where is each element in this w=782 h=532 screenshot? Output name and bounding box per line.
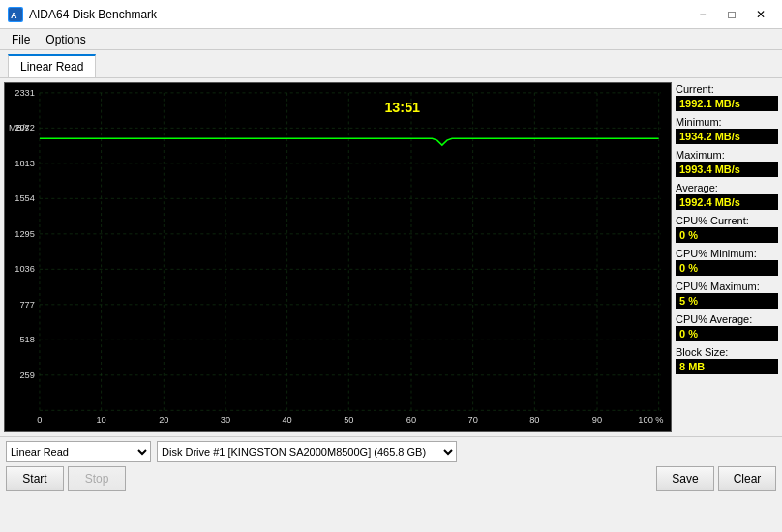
app-icon: A: [8, 7, 23, 22]
minimum-stat: Minimum: 1934.2 MB/s: [676, 115, 778, 144]
cpu-average-label: CPU% Average:: [676, 312, 778, 326]
tab-linear-read[interactable]: Linear Read: [8, 54, 96, 77]
svg-text:1813: 1813: [15, 159, 35, 168]
block-size-stat: Block Size: 8 MB: [676, 345, 778, 374]
minimum-label: Minimum:: [676, 115, 778, 129]
svg-text:13:51: 13:51: [384, 100, 420, 115]
cpu-average-value: 0 %: [676, 326, 778, 341]
cpu-minimum-stat: CPU% Minimum: 0 %: [676, 247, 778, 276]
close-button[interactable]: ✕: [747, 4, 774, 25]
svg-text:100 %: 100 %: [638, 415, 663, 425]
current-value: 1992.1 MB/s: [676, 96, 778, 111]
right-buttons: Save Clear: [656, 466, 776, 491]
svg-text:50: 50: [344, 415, 353, 425]
average-label: Average:: [676, 181, 778, 194]
svg-text:40: 40: [282, 415, 291, 425]
svg-text:MB/s: MB/s: [9, 123, 30, 133]
minimum-value: 1934.2 MB/s: [676, 129, 778, 144]
stats-panel: Current: 1992.1 MB/s Minimum: 1934.2 MB/…: [676, 78, 782, 436]
benchmark-select[interactable]: Linear Read Random Read Buffered Read Av…: [6, 441, 151, 462]
cpu-maximum-label: CPU% Maximum:: [676, 280, 778, 293]
window-controls: − □ ✕: [689, 4, 774, 25]
average-stat: Average: 1992.4 MB/s: [676, 181, 778, 210]
cpu-minimum-label: CPU% Minimum:: [676, 247, 778, 260]
window-title: AIDA64 Disk Benchmark: [29, 8, 157, 21]
start-button[interactable]: Start: [6, 466, 64, 491]
bottom-controls: Linear Read Random Read Buffered Read Av…: [0, 436, 782, 495]
disk-select[interactable]: Disk Drive #1 [KINGSTON SA2000M8500G] (4…: [157, 441, 457, 462]
menu-bar: File Options: [0, 29, 782, 50]
menu-file[interactable]: File: [4, 31, 38, 48]
maximum-label: Maximum:: [676, 148, 778, 162]
svg-text:1554: 1554: [15, 193, 35, 203]
current-stat: Current: 1992.1 MB/s: [676, 82, 778, 111]
svg-text:30: 30: [221, 415, 230, 425]
svg-text:259: 259: [19, 370, 34, 380]
cpu-current-value: 0 %: [676, 227, 778, 243]
svg-text:1036: 1036: [15, 264, 35, 274]
benchmark-chart: 2331 2072 1813 1554 1295 1036 777 518 25…: [5, 83, 671, 431]
left-buttons: Start Stop: [6, 466, 126, 491]
bottom-row2: Start Stop Save Clear: [6, 466, 776, 491]
svg-text:90: 90: [592, 415, 602, 425]
current-label: Current:: [676, 82, 778, 96]
svg-text:777: 777: [19, 300, 34, 310]
maximize-button[interactable]: □: [718, 4, 745, 25]
title-bar-left: A AIDA64 Disk Benchmark: [8, 7, 157, 22]
minimize-button[interactable]: −: [689, 4, 716, 25]
block-size-label: Block Size:: [676, 345, 778, 359]
cpu-minimum-value: 0 %: [676, 260, 778, 276]
save-button[interactable]: Save: [656, 466, 714, 491]
cpu-current-stat: CPU% Current: 0 %: [676, 214, 778, 243]
svg-text:70: 70: [468, 415, 478, 425]
bottom-row1: Linear Read Random Read Buffered Read Av…: [6, 441, 776, 462]
stop-button[interactable]: Stop: [68, 466, 126, 491]
svg-text:1295: 1295: [15, 229, 35, 239]
maximum-stat: Maximum: 1993.4 MB/s: [676, 148, 778, 177]
title-bar: A AIDA64 Disk Benchmark − □ ✕: [0, 0, 782, 29]
cpu-maximum-stat: CPU% Maximum: 5 %: [676, 280, 778, 309]
average-value: 1992.4 MB/s: [676, 194, 778, 210]
svg-text:10: 10: [96, 415, 105, 425]
svg-rect-2: [5, 83, 671, 431]
main-content: 2331 2072 1813 1554 1295 1036 777 518 25…: [0, 78, 782, 436]
cpu-current-label: CPU% Current:: [676, 214, 778, 227]
svg-text:80: 80: [529, 415, 539, 425]
cpu-maximum-value: 5 %: [676, 293, 778, 309]
block-size-value: 8 MB: [676, 359, 778, 374]
svg-text:A: A: [11, 11, 17, 20]
tab-bar: Linear Read: [0, 50, 782, 78]
maximum-value: 1993.4 MB/s: [676, 162, 778, 177]
menu-options[interactable]: Options: [38, 31, 93, 48]
svg-text:60: 60: [406, 415, 416, 425]
svg-text:2331: 2331: [15, 88, 35, 98]
clear-button[interactable]: Clear: [718, 466, 776, 491]
chart-container: 2331 2072 1813 1554 1295 1036 777 518 25…: [4, 82, 672, 432]
cpu-average-stat: CPU% Average: 0 %: [676, 312, 778, 341]
svg-text:518: 518: [19, 335, 34, 344]
svg-text:20: 20: [159, 415, 168, 425]
svg-text:0: 0: [37, 415, 42, 425]
